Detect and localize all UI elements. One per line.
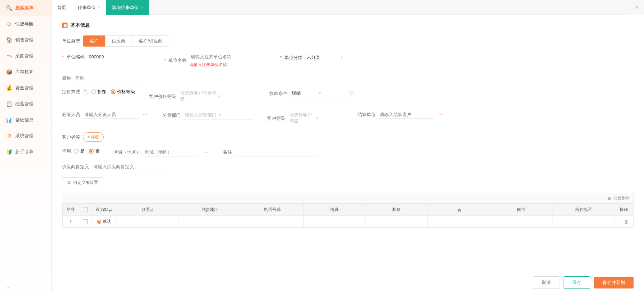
col-actions: 操作	[614, 204, 633, 216]
content-area: ▣ 基本信息 单位类型 客户 供应商 客户/供应商 * 单位编码 *	[52, 15, 644, 272]
tab-trading-units[interactable]: 往来单位 ×	[72, 0, 106, 15]
sidebar-bottom-label: ···	[6, 285, 9, 290]
col-contact: 联系人	[117, 204, 179, 216]
pricing-radio-discount-label: 折扣	[97, 89, 107, 95]
supplier-custom-input[interactable]	[92, 163, 162, 171]
remark-input[interactable]	[235, 148, 319, 156]
form-group-pricing-method: 定价方法 ? 折扣 价格等级	[62, 89, 135, 95]
email-input[interactable]	[369, 219, 424, 224]
short-name-input[interactable]	[74, 74, 143, 82]
finance-icon: 💰	[6, 84, 13, 91]
sidebar-item-inventory[interactable]: 📦 库存核算	[0, 64, 51, 80]
contact-input[interactable]	[120, 219, 175, 224]
form-group-unit-type: 单位类型 客户 供应商 客户/供应商	[62, 35, 169, 47]
disabled-radio-yes[interactable]: 是	[74, 148, 85, 154]
tab-trading-units-close[interactable]: ×	[98, 5, 100, 10]
save-new-button[interactable]: 保存并新增	[594, 277, 634, 288]
remark-label: 备注	[223, 149, 232, 155]
btn-type-both[interactable]: 客户/供应商	[132, 35, 169, 47]
pricing-radio-discount[interactable]: 折扣	[91, 89, 107, 95]
unit-type-buttons: 客户 供应商 客户/供应商	[83, 35, 169, 47]
sidebar-item-quick-nav[interactable]: ⊙ 快捷导航	[0, 16, 51, 32]
cell-phone[interactable]	[241, 216, 304, 228]
row-actions: + 🗑	[618, 219, 629, 225]
sidebar-item-operations[interactable]: 📋 经营管理	[0, 96, 51, 112]
unit-category-select[interactable]: 未分类 ▾	[305, 53, 375, 62]
customer-level-select[interactable]: 请选择客户等级 ▾	[288, 111, 344, 126]
form-row-pricing: 定价方法 ? 折扣 价格等级 客户价格等级 请选择客户价格等级	[62, 89, 634, 104]
qq-input[interactable]	[431, 219, 486, 224]
address-input[interactable]	[182, 219, 237, 224]
sidebar-item-system[interactable]: ⚙ 系统管理	[0, 128, 51, 144]
pricing-radio-level[interactable]: 价格等级	[111, 89, 135, 95]
col-address: 到货地址	[179, 204, 241, 216]
contacts-table: 序号 设为默认 联系人 到货地址 电话号码 传真 邮箱 qq 微信 所在地区 操…	[62, 204, 633, 228]
table-section: 🗑 批量删除 序号 设为默认 联系人 到货地址 电话号码 传真 邮箱 qq	[62, 193, 634, 228]
cell-contact[interactable]	[117, 216, 179, 228]
row-checkbox[interactable]	[83, 219, 88, 224]
manager-input[interactable]	[83, 111, 139, 119]
wechat-input[interactable]	[494, 219, 549, 224]
cancel-button[interactable]: 取消	[533, 276, 559, 289]
department-select[interactable]: 请输入分管部门 ▾	[183, 111, 253, 120]
sidebar-item-purchase[interactable]: 🛍 采购管理	[0, 48, 51, 64]
btn-type-supplier[interactable]: 供应商	[105, 35, 132, 47]
sidebar-bottom: ···	[0, 281, 51, 293]
location-input[interactable]	[556, 219, 611, 224]
delete-row-btn[interactable]: 🗑	[624, 219, 629, 225]
tab-close-all-button[interactable]: ×	[630, 0, 644, 15]
col-checkbox	[79, 204, 92, 216]
col-email: 邮箱	[366, 204, 428, 216]
sidebar-item-guide[interactable]: 🔰 新手引导	[0, 144, 51, 160]
payment-terms-help-icon[interactable]: ?	[349, 91, 354, 96]
col-wechat: 微信	[490, 204, 552, 216]
select-all-checkbox[interactable]	[83, 207, 88, 212]
sidebar-item-sales[interactable]: 🏠 销售管理	[0, 32, 51, 48]
row-default-radio[interactable]	[97, 220, 101, 224]
region-more-btn[interactable]: ···	[202, 149, 209, 155]
cell-default: 默认	[92, 216, 117, 228]
tab-home[interactable]: 首页	[52, 0, 72, 15]
form-row-manager: 分管人员 ··· 分管部门 请输入分管部门 ▾ 客户等级 请选择客户等级 ▾ 结…	[62, 111, 634, 126]
customer-level-label: 客户等级	[267, 115, 285, 122]
main-area: 首页 往来单位 × 新增往来单位 × × ▣ 基本信息 单位类型 客户 供应商	[52, 0, 644, 293]
phone-input[interactable]	[245, 219, 300, 224]
tab-new-trading-unit[interactable]: 新增往来单位 ×	[106, 0, 149, 15]
customer-tag-add-btn[interactable]: + 标签	[83, 132, 104, 142]
region-input[interactable]	[143, 148, 199, 156]
sidebar-item-finance[interactable]: 💰 资金管理	[0, 80, 51, 96]
save-button[interactable]: 保存	[564, 276, 590, 289]
settlement-unit-input[interactable]	[378, 111, 434, 119]
settlement-unit-label: 结算单位	[358, 112, 376, 118]
purchase-icon: 🛍	[6, 52, 13, 59]
pricing-help-icon[interactable]: ?	[83, 89, 88, 95]
tab-spacer	[149, 0, 630, 15]
unit-code-input[interactable]	[87, 53, 150, 61]
department-value: 请输入分管部门	[185, 112, 218, 118]
disabled-radio-no[interactable]: 否	[89, 148, 100, 154]
btn-type-customer[interactable]: 客户	[83, 35, 105, 47]
add-row-btn[interactable]: +	[619, 219, 621, 225]
form-group-unit-code: * 单位编码	[62, 53, 150, 61]
table-row: 1 默认	[63, 216, 633, 228]
cell-address[interactable]	[179, 216, 241, 228]
cell-fax[interactable]	[303, 216, 366, 228]
operations-icon: 📋	[6, 100, 13, 107]
custom-setting-button[interactable]: ⚙ 自定义项设置	[62, 177, 103, 188]
sidebar-item-basic[interactable]: 📊 基础信息	[0, 112, 51, 128]
customer-price-level-select[interactable]: 请选择客户价格等级 ▾	[179, 89, 256, 104]
unit-name-input-group: 请输入往来单位名称	[189, 53, 266, 68]
sidebar-item-search[interactable]: 🔍 搜索菜单	[0, 0, 51, 16]
unit-name-input[interactable]	[189, 53, 266, 61]
cell-wechat[interactable]	[490, 216, 552, 228]
payment-terms-select[interactable]: 现结 ▾	[290, 89, 346, 98]
tab-new-trading-unit-close[interactable]: ×	[141, 5, 143, 10]
manager-more-btn[interactable]: ···	[141, 112, 149, 118]
settlement-unit-more-btn[interactable]: ···	[437, 112, 444, 118]
cell-location[interactable]	[552, 216, 614, 228]
batch-delete-button[interactable]: 🗑 批量删除	[607, 195, 630, 201]
fax-input[interactable]	[307, 219, 362, 224]
batch-delete-icon: 🗑	[607, 196, 612, 201]
cell-email[interactable]	[366, 216, 428, 228]
cell-qq[interactable]	[428, 216, 490, 228]
